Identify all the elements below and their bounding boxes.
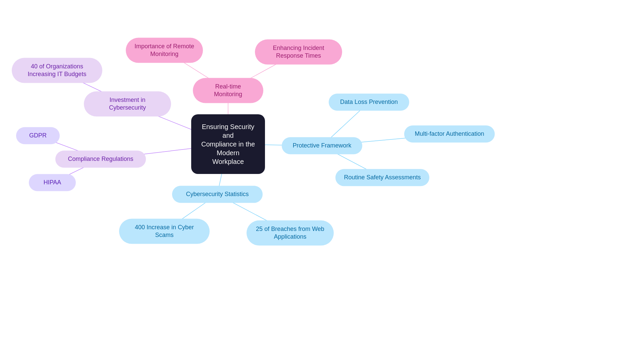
node-enhancing-incident: Enhancing Incident Response Times (255, 40, 342, 65)
node-org-increasing: 40 of Organizations Increasing IT Budget… (12, 58, 102, 83)
node-importance-remote: Importance of Remote Monitoring (126, 38, 203, 63)
center-node: Ensuring Security and Compliance in the … (191, 114, 265, 174)
node-gdpr: GDPR (16, 127, 60, 144)
node-compliance-regulations: Compliance Regulations (55, 150, 146, 168)
node-protective-framework: Protective Framework (282, 137, 362, 154)
node-routine-safety: Routine Safety Assessments (335, 169, 429, 186)
mindmap-canvas: Ensuring Security and Compliance in the … (0, 0, 644, 363)
node-cybersecurity-stats: Cybersecurity Statistics (172, 186, 263, 203)
node-25-breaches: 25 of Breaches from Web Applications (247, 221, 334, 246)
center-label: Ensuring Security and Compliance in the … (201, 122, 256, 166)
node-hipaa: HIPAA (29, 174, 76, 191)
node-multi-factor: Multi-factor Authentication (404, 125, 495, 142)
node-realtime-monitoring: Real-time Monitoring (193, 78, 263, 103)
node-investment-cyber: Investment in Cybersecurity (84, 92, 171, 117)
node-data-loss: Data Loss Prevention (329, 94, 409, 111)
node-400-increase: 400 Increase in Cyber Scams (119, 219, 210, 244)
